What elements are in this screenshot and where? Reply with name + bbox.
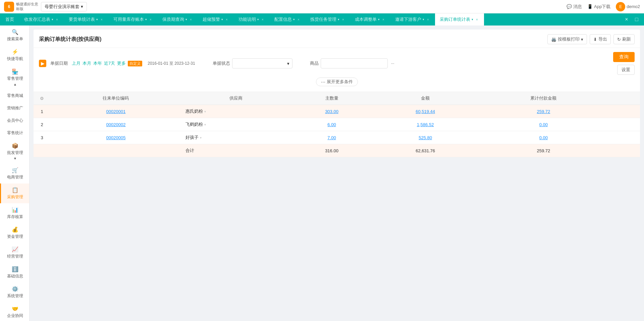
workspace-selector[interactable]: 母婴行业演示账套 ▾ — [41, 2, 87, 11]
refresh-button[interactable]: ↻ 刷新 — [613, 34, 635, 44]
table-row: 1 00020001 惠氏奶粉▾ 303.00 60,519.44 259.72 — [34, 105, 640, 118]
tab-arrow-icon: ▾ — [293, 18, 295, 21]
wholesale-arrow-icon: ▼ — [13, 157, 17, 160]
tab-yaohuo[interactable]: 要货单统计表 ▾ × — [64, 13, 109, 25]
row-qty[interactable]: 303.00 — [291, 105, 373, 118]
status-filter-label: 单据状态 — [213, 60, 230, 66]
table-header-row: ⚙ 往来单位编码 供应商 主数量 金额 累计付款金额 — [34, 92, 640, 105]
expand-more-button[interactable]: ⋯ 展开更多条件 — [316, 77, 358, 86]
tab-close-icon[interactable]: × — [260, 17, 265, 22]
window-close-button[interactable]: × — [622, 15, 631, 24]
tab-close-icon[interactable]: × — [426, 17, 430, 22]
tab-arrow-icon: ▾ — [185, 18, 187, 21]
col-supplier-header: 供应商 — [181, 92, 291, 105]
row-amount[interactable]: 60,519.44 — [373, 105, 478, 118]
supplier-arrow-icon: ▾ — [200, 136, 202, 140]
this-month-shortcut[interactable]: 本月 — [83, 60, 91, 66]
status-select[interactable]: ▾ — [232, 58, 292, 68]
nav-tabs: 首页 收发存汇总表 ▾ × 要货单统计表 ▾ × 可用量库存账本 ▾ × 保质期… — [0, 13, 644, 25]
sidebar-item-operations[interactable]: 📈 经营管理 — [0, 243, 29, 263]
sidebar-item-retailmall[interactable]: 零售商城 — [0, 90, 29, 102]
tab-arrow-icon: ▾ — [221, 18, 223, 21]
column-settings-icon[interactable]: ⚙ — [40, 96, 44, 101]
operations-icon: 📈 — [12, 246, 18, 253]
sidebar-item-finance[interactable]: 💰 资金管理 — [0, 223, 29, 243]
basicinfo-icon: ℹ️ — [12, 266, 18, 272]
sidebar-item-retailstat[interactable]: 零售统计 — [0, 127, 29, 139]
filter-collapse-button[interactable]: ▶ — [39, 60, 46, 67]
window-maximize-button[interactable]: □ — [632, 15, 641, 24]
message-button[interactable]: 💬 消息 — [567, 4, 582, 10]
tab-caigou-active[interactable]: 采购订单统计表 ▾ × — [435, 13, 484, 25]
tab-chaochuyujing[interactable]: 超储预警 ▾ × — [198, 13, 234, 25]
row-amount[interactable]: 525.80 — [373, 131, 478, 144]
sidebar-item-sysmanage[interactable]: ⚙️ 系统管理 — [0, 282, 29, 302]
tab-jianhuo[interactable]: 拣货任务管理 ▾ × — [306, 13, 350, 25]
tab-close-icon[interactable]: × — [475, 17, 479, 22]
app-download-button[interactable]: 📱 App下载 — [587, 4, 610, 10]
tab-baozhi[interactable]: 保质期查询 ▾ × — [158, 13, 198, 25]
tab-arrow-icon: ▾ — [257, 18, 259, 21]
row-code[interactable]: 00020002 — [50, 118, 181, 131]
row-code[interactable]: 00020001 — [50, 105, 181, 118]
filter-more-icon[interactable]: ··· — [391, 61, 394, 66]
tab-close-icon[interactable]: × — [224, 17, 229, 22]
this-year-shortcut[interactable]: 本年 — [93, 60, 102, 66]
status-select-arrow-icon: ▾ — [287, 61, 289, 66]
tab-yaoqing[interactable]: 邀请下游客户 ▾ × — [390, 13, 435, 25]
avatar-initials: E — [619, 4, 622, 9]
query-buttons: 查询 设置 — [613, 52, 635, 75]
tab-shoufasun[interactable]: 收发存汇总表 ▾ × — [19, 13, 64, 25]
page-header-actions: 🖨️ 按模板打印 ▾ ⬇ 导出 ↻ 刷新 — [547, 34, 635, 44]
row-paid[interactable]: 0.00 — [478, 131, 609, 144]
tab-close-icon[interactable]: × — [381, 17, 386, 22]
data-table: ⚙ 往来单位编码 供应商 主数量 金额 累计付款金额 1 00020001 — [34, 92, 640, 157]
sidebar-item-inventory[interactable]: 📊 库存核算 — [0, 203, 29, 223]
filter-settings-button[interactable]: 设置 — [617, 65, 635, 75]
col-settings-header: ⚙ — [34, 92, 50, 105]
row-qty[interactable]: 6.00 — [291, 118, 373, 131]
enterprise-icon: 🤝 — [12, 306, 18, 312]
sidebar-item-ecommerce[interactable]: 🛒 电商管理 — [0, 164, 29, 183]
sidebar-item-search[interactable]: 🔍 搜索菜单 — [0, 25, 29, 45]
seven-days-shortcut[interactable]: 近7天 — [104, 60, 115, 66]
top-bar-right: 💬 消息 📱 App下载 E demo2 — [567, 2, 640, 11]
goods-search-input[interactable] — [321, 58, 388, 68]
table-area: ⚙ 往来单位编码 供应商 主数量 金额 累计付款金额 1 00020001 — [34, 92, 640, 157]
user-profile[interactable]: E demo2 — [616, 2, 640, 11]
tab-kuyong[interactable]: 可用量库存账本 ▾ × — [109, 13, 158, 25]
tab-close-icon[interactable]: × — [55, 17, 59, 22]
sidebar-item-purchase[interactable]: 📋 采购管理 — [0, 183, 29, 203]
sidebar-item-quicknav[interactable]: ⚡ 快捷导航 — [0, 45, 29, 65]
tab-chengben[interactable]: 成本调整单 ▾ × — [350, 13, 390, 25]
row-paid[interactable]: 0.00 — [478, 118, 609, 131]
tab-close-icon[interactable]: × — [296, 17, 301, 22]
sidebar-item-retail[interactable]: 🏪 零售管理 ▲ — [0, 65, 29, 90]
sidebar-item-marketing[interactable]: 营销推广 — [0, 102, 29, 114]
more-date-shortcut[interactable]: 更多 — [117, 60, 126, 66]
finance-icon: 💰 — [12, 226, 18, 233]
last-month-shortcut[interactable]: 上月 — [72, 60, 80, 66]
tab-arrow-icon: ▾ — [96, 18, 98, 21]
tab-close-icon[interactable]: × — [148, 17, 153, 22]
sidebar-item-basicinfo[interactable]: ℹ️ 基础信息 — [0, 263, 29, 282]
tab-peizhi[interactable]: 配置信息 ▾ × — [270, 13, 306, 25]
home-tab[interactable]: 首页 — [0, 13, 19, 25]
col-code-header: 往来单位编码 — [50, 92, 181, 105]
tab-close-icon[interactable]: × — [99, 17, 104, 22]
template-print-button[interactable]: 🖨️ 按模板打印 ▾ — [547, 34, 587, 44]
row-paid[interactable]: 259.72 — [478, 105, 609, 118]
message-icon: 💬 — [567, 4, 572, 9]
filter-area: ▶ 单据日期 上月 本月 本年 近7天 更多 自定义 2016-01-01 至 — [34, 48, 640, 92]
export-button[interactable]: ⬇ 导出 — [590, 34, 611, 44]
sidebar-item-member[interactable]: 会员中心 — [0, 114, 29, 127]
tab-close-icon[interactable]: × — [189, 17, 193, 22]
sidebar-item-enterprise[interactable]: 🤝 企业协同 — [0, 302, 29, 321]
tab-gongneng[interactable]: 功能说明 ▾ × — [234, 13, 270, 25]
sidebar-item-wholesale[interactable]: 📦 批发管理 ▼ — [0, 139, 29, 164]
row-qty[interactable]: 7.00 — [291, 131, 373, 144]
row-amount[interactable]: 1,586.52 — [373, 118, 478, 131]
tab-close-icon[interactable]: × — [341, 17, 345, 22]
query-button[interactable]: 查询 — [613, 52, 635, 62]
row-code[interactable]: 00020005 — [50, 131, 181, 144]
